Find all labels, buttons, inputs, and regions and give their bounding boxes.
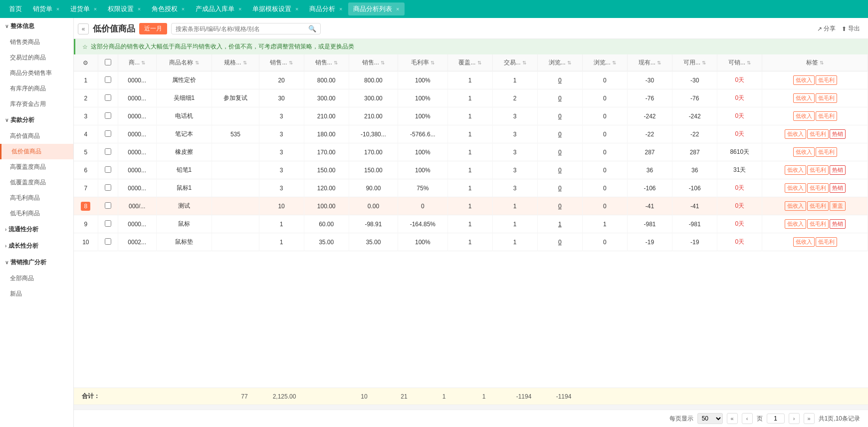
sidebar-group-growth[interactable]: ›成长性分析 bbox=[0, 238, 73, 254]
cell-checkbox[interactable] bbox=[98, 89, 118, 107]
row-checkbox[interactable] bbox=[105, 112, 111, 119]
col-settings[interactable]: ⚙ bbox=[74, 54, 98, 71]
col-sellable[interactable]: 可销... ⇅ bbox=[717, 54, 762, 71]
sidebar-item-high-coverage[interactable]: 高覆盖度商品 bbox=[0, 159, 73, 175]
col-name[interactable]: 商品名称 ⇅ bbox=[156, 54, 212, 71]
cell-views1[interactable]: 0 bbox=[537, 179, 582, 197]
nav-template[interactable]: 单据模板设置 × bbox=[247, 2, 303, 15]
views1-link[interactable]: 0 bbox=[558, 149, 562, 156]
col-sale-price[interactable]: 销售... ⇅ bbox=[349, 54, 398, 71]
col-trade[interactable]: 交易... ⇅ bbox=[492, 54, 537, 71]
cell-checkbox[interactable] bbox=[98, 197, 118, 215]
cell-views1[interactable]: 0 bbox=[537, 143, 582, 161]
table-wrap[interactable]: ⚙ 商... ⇅ 商品名称 ⇅ 规格... ⇅ 销售... ⇅ 销售... ⇅ … bbox=[74, 54, 868, 388]
time-filter-button[interactable]: 近一月 bbox=[139, 23, 167, 34]
col-coverage[interactable]: 覆盖... ⇅ bbox=[447, 54, 492, 71]
sidebar-item-high-value[interactable]: 高价值商品 bbox=[0, 128, 73, 144]
prev-page-button[interactable]: ‹ bbox=[742, 413, 753, 424]
views1-link[interactable]: 0 bbox=[558, 131, 562, 138]
col-views2[interactable]: 浏览... ⇅ bbox=[582, 54, 627, 71]
sidebar-item-low-value[interactable]: 低价值商品 bbox=[0, 144, 73, 159]
cell-checkbox[interactable] bbox=[98, 125, 118, 143]
nav-roles[interactable]: 角色授权 × bbox=[147, 2, 190, 15]
cell-current: -19 bbox=[627, 233, 672, 251]
col-available[interactable]: 可用... ⇅ bbox=[672, 54, 717, 71]
row-checkbox[interactable] bbox=[105, 130, 111, 137]
sidebar-item-high-margin[interactable]: 高毛利商品 bbox=[0, 190, 73, 206]
sidebar-item-inventory-products[interactable]: 有库序的商品 bbox=[0, 81, 73, 96]
scroll-bar-area[interactable] bbox=[74, 405, 868, 410]
cell-checkbox[interactable] bbox=[98, 71, 118, 89]
nav-analysis-list[interactable]: 商品分析列表 × bbox=[348, 2, 404, 15]
cell-views1[interactable]: 1 bbox=[537, 215, 582, 233]
export-button[interactable]: ⬆ 导出 bbox=[842, 24, 860, 33]
sidebar-item-sales-products[interactable]: 销售类商品 bbox=[0, 34, 73, 50]
sidebar-item-low-coverage[interactable]: 低覆盖度商品 bbox=[0, 175, 73, 190]
nav-products-in[interactable]: 产成品入库单 × bbox=[191, 2, 246, 15]
row-checkbox[interactable] bbox=[105, 76, 111, 83]
col-tags[interactable]: 标签 ⇅ bbox=[762, 54, 868, 71]
sidebar-collapse-btn[interactable]: « bbox=[78, 23, 89, 34]
col-current[interactable]: 现有... ⇅ bbox=[627, 54, 672, 71]
col-checkbox[interactable] bbox=[98, 54, 118, 71]
row-checkbox[interactable] bbox=[105, 238, 111, 245]
row-checkbox[interactable] bbox=[105, 184, 111, 191]
search-input[interactable] bbox=[176, 25, 308, 32]
cell-views1[interactable]: 0 bbox=[537, 161, 582, 179]
sidebar-group-overall[interactable]: ∨整体信息 bbox=[0, 18, 73, 34]
nav-sales[interactable]: 销货单 × bbox=[28, 2, 64, 15]
row-checkbox[interactable] bbox=[105, 148, 111, 155]
col-spec[interactable]: 规格... ⇅ bbox=[212, 54, 259, 71]
nav-purchase[interactable]: 进货单 × bbox=[65, 2, 102, 15]
cell-views1[interactable]: 0 bbox=[537, 197, 582, 215]
col-margin[interactable]: 毛利率 ⇅ bbox=[398, 54, 447, 71]
row-checkbox[interactable] bbox=[105, 202, 111, 209]
sidebar-item-low-margin[interactable]: 低毛利商品 bbox=[0, 206, 73, 221]
cell-views1[interactable]: 0 bbox=[537, 233, 582, 251]
sidebar-item-traded[interactable]: 交易过的商品 bbox=[0, 50, 73, 65]
sidebar-item-inventory-capital[interactable]: 库存资金占用 bbox=[0, 96, 73, 112]
sidebar-item-category-rate[interactable]: 商品分类销售率 bbox=[0, 65, 73, 81]
views1-link[interactable]: 0 bbox=[558, 95, 562, 102]
row-checkbox[interactable] bbox=[105, 166, 111, 173]
share-button[interactable]: ↗ 分享 bbox=[817, 24, 836, 33]
sidebar-group-sell[interactable]: ∨卖款分析 bbox=[0, 112, 73, 128]
cell-views1[interactable]: 0 bbox=[537, 107, 582, 125]
nav-permissions[interactable]: 权限设置 × bbox=[103, 2, 146, 15]
views1-link[interactable]: 1 bbox=[558, 221, 562, 228]
sidebar-item-new-products[interactable]: 新品 bbox=[0, 286, 73, 302]
views1-link[interactable]: 0 bbox=[558, 203, 562, 210]
nav-home[interactable]: 首页 bbox=[4, 2, 27, 15]
cell-checkbox[interactable] bbox=[98, 215, 118, 233]
col-sale-amount[interactable]: 销售... ⇅ bbox=[304, 54, 349, 71]
views1-link[interactable]: 0 bbox=[558, 185, 562, 192]
cell-checkbox[interactable] bbox=[98, 179, 118, 197]
sidebar-group-marketing[interactable]: ∨营销推广分析 bbox=[0, 254, 73, 271]
cell-checkbox[interactable] bbox=[98, 143, 118, 161]
sidebar-group-circulation[interactable]: ›流通性分析 bbox=[0, 221, 73, 238]
cell-checkbox[interactable] bbox=[98, 161, 118, 179]
search-icon[interactable]: 🔍 bbox=[308, 25, 316, 32]
col-views1[interactable]: 浏览... ⇅ bbox=[537, 54, 582, 71]
per-page-select[interactable]: 50 100 200 bbox=[697, 413, 723, 424]
views1-link[interactable]: 0 bbox=[558, 77, 562, 84]
row-checkbox[interactable] bbox=[105, 220, 111, 227]
page-number-input[interactable] bbox=[767, 414, 785, 424]
first-page-button[interactable]: « bbox=[727, 413, 738, 424]
cell-views1[interactable]: 0 bbox=[537, 89, 582, 107]
cell-views1[interactable]: 0 bbox=[537, 125, 582, 143]
cell-checkbox[interactable] bbox=[98, 107, 118, 125]
cell-checkbox[interactable] bbox=[98, 233, 118, 251]
sidebar-item-all-products[interactable]: 全部商品 bbox=[0, 271, 73, 286]
row-checkbox[interactable] bbox=[105, 94, 111, 101]
views1-link[interactable]: 0 bbox=[558, 113, 562, 120]
col-sale-qty[interactable]: 销售... ⇅ bbox=[259, 54, 304, 71]
col-code[interactable]: 商... ⇅ bbox=[118, 54, 156, 71]
cell-views1[interactable]: 0 bbox=[537, 71, 582, 89]
views1-link[interactable]: 0 bbox=[558, 167, 562, 174]
nav-analysis[interactable]: 商品分析 × bbox=[304, 2, 347, 15]
views1-link[interactable]: 0 bbox=[558, 239, 562, 246]
select-all-checkbox[interactable] bbox=[105, 59, 111, 65]
last-page-button[interactable]: » bbox=[804, 413, 815, 424]
next-page-button[interactable]: › bbox=[789, 413, 800, 424]
